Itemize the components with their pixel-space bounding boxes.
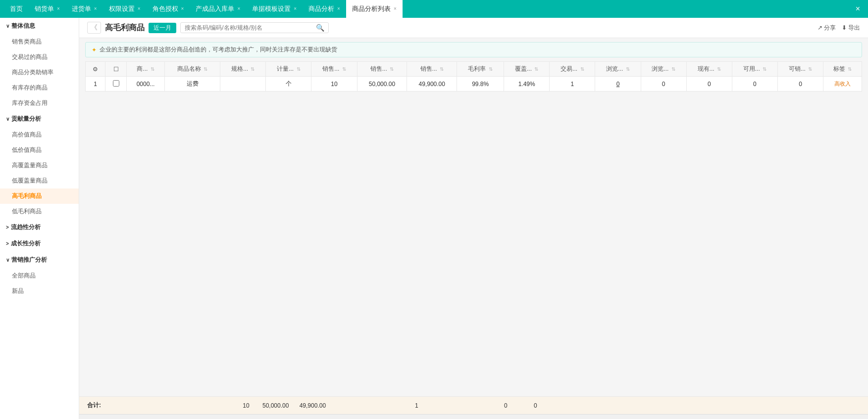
sidebar-group-header[interactable]: ∨营销推广分析 <box>0 252 79 268</box>
search-icon[interactable]: 🔍 <box>316 24 324 32</box>
window-close-button[interactable]: × <box>852 4 864 13</box>
footer-cell <box>461 402 491 409</box>
footer-cell <box>332 402 372 409</box>
sort-icon: ⇅ <box>489 66 493 72</box>
table-header-browse2[interactable]: 浏览... ⇅ <box>641 62 686 77</box>
table-header-settings[interactable]: ⚙ <box>86 62 105 77</box>
table-cell-current_stock: 0 <box>686 77 732 92</box>
table-header-unit[interactable]: 计量... ⇅ <box>266 62 311 77</box>
table-cell-gross_margin: 99.8% <box>457 77 504 92</box>
nav-close-icon[interactable]: × <box>94 0 97 18</box>
chevron-down-icon: ∨ <box>6 257 9 263</box>
footer-cell <box>135 402 164 409</box>
nav-close-icon[interactable]: × <box>138 0 141 18</box>
sidebar-item[interactable]: 有库存的商品 <box>0 80 79 95</box>
nav-item[interactable]: 角色授权× <box>147 0 190 18</box>
row-checkbox[interactable] <box>113 80 119 87</box>
sidebar-group-header[interactable]: >成长性分析 <box>0 235 79 252</box>
table-header-sellable[interactable]: 可销... ⇅ <box>777 62 823 77</box>
footer-cell: 10 <box>234 402 258 409</box>
table-cell-spec <box>220 77 266 92</box>
nav-item[interactable]: 商品分析列表× <box>346 0 403 18</box>
sidebar-item[interactable]: 商品分类助销率 <box>0 65 79 80</box>
nav-item[interactable]: 商品分析× <box>303 0 346 18</box>
table-header-current_stock[interactable]: 现有... ⇅ <box>686 62 732 77</box>
table-header-browse1[interactable]: 浏览... ⇅ <box>595 62 641 77</box>
sort-icon: ⇅ <box>763 66 766 72</box>
table-header-sales_qty[interactable]: 销售... ⇅ <box>311 62 357 77</box>
table-header-sales_cost[interactable]: 销售... ⇅ <box>407 62 457 77</box>
footer-cell <box>105 402 120 409</box>
collapse-button[interactable]: 《 <box>87 22 101 34</box>
nav-close-icon[interactable]: × <box>237 0 240 18</box>
table-header-transaction[interactable]: 交易... ⇅ <box>550 62 595 77</box>
footer-cell: 50,000.00 <box>258 402 293 409</box>
footer-cell: 0 <box>491 402 520 409</box>
nav-close-icon[interactable]: × <box>57 0 60 18</box>
table-header-tag[interactable]: 标签 ⇅ <box>823 62 862 77</box>
table-header-spec[interactable]: 规格... ⇅ <box>220 62 266 77</box>
sidebar-group-label: 整体信息 <box>11 22 35 30</box>
table-header-checkbox[interactable]: ☐ <box>105 62 127 77</box>
table-cell-checkbox[interactable] <box>105 77 127 92</box>
share-button[interactable]: ↗ 分享 <box>817 24 836 32</box>
sort-icon: ⇅ <box>848 66 852 72</box>
chevron-down-icon: ∨ <box>6 116 9 122</box>
table-cell-browse1[interactable]: 0 <box>595 77 641 92</box>
footer-label: 合计: <box>87 401 101 410</box>
sidebar-item[interactable]: 高覆盖量商品 <box>0 158 79 173</box>
footer-cell: 0 <box>520 402 550 409</box>
nav-item[interactable]: 单据模板设置× <box>246 0 303 18</box>
period-button[interactable]: 近一月 <box>149 23 176 33</box>
nav-close-icon[interactable]: × <box>394 0 397 18</box>
sidebar-group-header[interactable]: ∨整体信息 <box>0 18 79 34</box>
sidebar-item[interactable]: 高毛利商品 <box>0 188 79 204</box>
share-icon: ↗ <box>817 24 822 31</box>
table-cell-coverage: 1.49% <box>504 77 550 92</box>
tip-text: 企业的主要的利润都是这部分商品创造的，可考虑加大推广，同时关注库存是不要出现缺货 <box>100 46 337 54</box>
table-wrapper[interactable]: ⚙☐商... ⇅商品名称 ⇅规格... ⇅计量... ⇅销售... ⇅销售...… <box>79 61 868 396</box>
nav-item[interactable]: 首页 <box>4 0 29 18</box>
table-cell-unit: 个 <box>266 77 311 92</box>
nav-item[interactable]: 进货单× <box>66 0 103 18</box>
table-header-gross_margin[interactable]: 毛利率 ⇅ <box>457 62 504 77</box>
table-cell-sales_cost: 49,900.00 <box>407 77 457 92</box>
data-table: ⚙☐商... ⇅商品名称 ⇅规格... ⇅计量... ⇅销售... ⇅销售...… <box>85 61 862 92</box>
sidebar-item[interactable]: 低价值商品 <box>0 142 79 158</box>
sort-icon: ⇅ <box>297 66 301 72</box>
content-area: 《 高毛利商品 近一月 🔍 ↗ 分享 ⬇ 导出 ✦ 企业的主要的利润都是这部 <box>79 18 868 419</box>
table-header-sku[interactable]: 商... ⇅ <box>127 62 165 77</box>
footer-cell: 1 <box>402 402 431 409</box>
sidebar-item[interactable]: 交易过的商品 <box>0 49 79 65</box>
footer-cell <box>164 402 204 409</box>
nav-close-icon[interactable]: × <box>294 0 297 18</box>
footer-cell <box>431 402 461 409</box>
table-header-sales_amount[interactable]: 销售... ⇅ <box>357 62 407 77</box>
sidebar-item[interactable]: 低毛利商品 <box>0 204 79 219</box>
nav-item[interactable]: 权限设置× <box>103 0 147 18</box>
sidebar-item[interactable]: 低覆盖量商品 <box>0 173 79 188</box>
sidebar-group-header[interactable]: >流趋性分析 <box>0 219 79 235</box>
table-header-coverage[interactable]: 覆盖... ⇅ <box>504 62 550 77</box>
bottom-scrollbar[interactable] <box>79 414 868 419</box>
footer-cell: 49,900.00 <box>293 402 332 409</box>
nav-close-icon[interactable]: × <box>337 0 340 18</box>
sidebar-item[interactable]: 高价值商品 <box>0 127 79 142</box>
export-button[interactable]: ⬇ 导出 <box>842 24 860 32</box>
sidebar-item[interactable]: 全部商品 <box>0 268 79 283</box>
sidebar-group-header[interactable]: ∨贡献量分析 <box>0 111 79 127</box>
footer-cells: 1050,000.0049,900.00100 <box>105 402 860 409</box>
sidebar-item[interactable]: 库存资金占用 <box>0 95 79 111</box>
sidebar-item[interactable]: 新品 <box>0 283 79 299</box>
sort-icon: ⇅ <box>580 66 584 72</box>
search-input[interactable] <box>185 24 316 31</box>
table-cell-sales_qty: 10 <box>311 77 357 92</box>
nav-close-icon[interactable]: × <box>181 0 184 18</box>
table-cell-index: 1 <box>86 77 105 92</box>
sidebar-item[interactable]: 销售类商品 <box>0 34 79 49</box>
table-header-available_stock[interactable]: 可用... ⇅ <box>732 62 777 77</box>
table-header-name[interactable]: 商品名称 ⇅ <box>164 62 220 77</box>
nav-item[interactable]: 销货单× <box>29 0 66 18</box>
sort-icon: ⇅ <box>204 66 207 72</box>
nav-item[interactable]: 产成品入库单× <box>190 0 246 18</box>
